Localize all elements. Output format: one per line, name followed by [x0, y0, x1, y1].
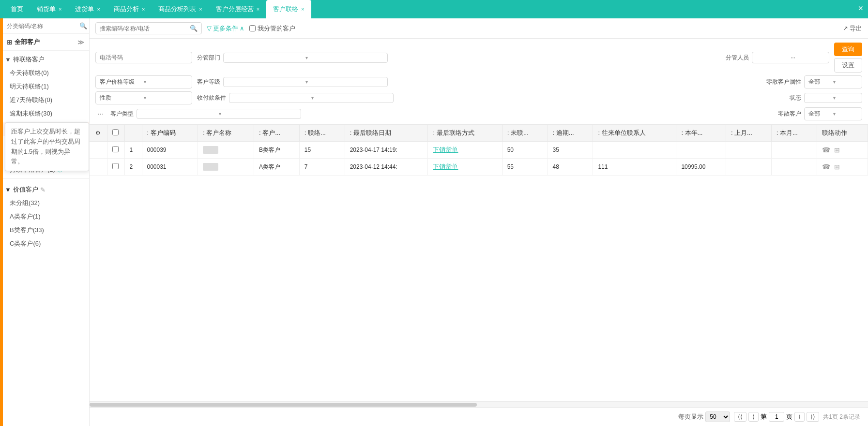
- col-contact[interactable]: : 联络...: [299, 125, 345, 142]
- filter-more-btn[interactable]: ▽ 更多条件 ∧: [207, 24, 244, 33]
- col-code[interactable]: : 客户编码: [142, 125, 198, 142]
- sidebar-overdue-uncontacted[interactable]: 逾期未联络(30): [0, 107, 89, 120]
- col-this-month[interactable]: : 本月...: [771, 125, 817, 142]
- col-last-month[interactable]: : 上月...: [726, 125, 771, 142]
- sidebar-7day-pending[interactable]: 近7天待联络(0): [0, 93, 89, 107]
- col-last-date[interactable]: : 最后联络日期: [345, 125, 428, 142]
- ctype-select[interactable]: ▾: [137, 109, 301, 119]
- row4-more-dots[interactable]: ···: [97, 110, 104, 118]
- all-customers-title[interactable]: ⊞ 全部客户 ≫: [0, 34, 89, 51]
- col-settings[interactable]: ⚙: [90, 125, 107, 142]
- person-field-wrapper: 分管人员 ···: [726, 52, 829, 63]
- payment-arrow: ▾: [311, 95, 389, 101]
- select-all-checkbox[interactable]: [112, 129, 119, 135]
- close-customer-contact[interactable]: ×: [301, 6, 304, 12]
- action-contact-icon-0[interactable]: ☎: [822, 146, 830, 154]
- cell-last-method-1[interactable]: 下销货单: [428, 159, 502, 176]
- action-grid-icon-1[interactable]: ⊞: [834, 163, 840, 171]
- last-page-btn[interactable]: ⟩⟩: [807, 412, 819, 422]
- page-current: 第 页: [761, 412, 792, 422]
- active-strip: [0, 18, 3, 426]
- scroll-thumb[interactable]: [90, 403, 477, 407]
- status-select[interactable]: ▾: [804, 93, 862, 103]
- close-product-analysis[interactable]: ×: [142, 6, 145, 12]
- action-contact-icon-1[interactable]: ☎: [822, 163, 830, 171]
- col-last-method[interactable]: : 最后联络方式: [428, 125, 502, 142]
- horizontal-scrollbar[interactable]: [90, 401, 868, 407]
- my-customer-checkbox[interactable]: [249, 25, 256, 31]
- next-page-btn[interactable]: ⟩: [794, 412, 805, 422]
- col-action: 联络动作: [817, 125, 868, 142]
- close-product-list[interactable]: ×: [199, 6, 202, 12]
- nav-product-analysis[interactable]: 商品分析 ×: [107, 0, 152, 18]
- sidebar-c-class[interactable]: C类客户(6): [0, 237, 89, 250]
- sidebar-today-pending[interactable]: 今天待联络(0): [0, 66, 89, 80]
- price-grade-select[interactable]: 客户价格等级 ▾: [95, 75, 192, 88]
- cell-index-0: 1: [124, 142, 142, 159]
- last-method-link-0[interactable]: 下销货单: [433, 146, 458, 153]
- query-button[interactable]: 查询: [834, 43, 862, 56]
- value-customer-title[interactable]: ▼ 价值客户 ✎: [0, 183, 89, 196]
- person-more-icon[interactable]: ···: [791, 54, 823, 61]
- filter-search-icon[interactable]: 🔍: [190, 25, 198, 32]
- export-button[interactable]: ↗ 导出: [843, 24, 862, 33]
- sidebar-b-class[interactable]: B类客户(33): [0, 223, 89, 237]
- retail-customer-select[interactable]: 全部 ▾: [804, 107, 862, 120]
- nav-home[interactable]: 首页: [4, 0, 30, 18]
- retail-attr-select[interactable]: 全部 ▾: [804, 75, 862, 88]
- cell-overdue-1: 48: [548, 159, 593, 176]
- value-edit-icon[interactable]: ✎: [40, 186, 46, 193]
- cell-this-month-1: [771, 159, 817, 176]
- cell-last-method-0[interactable]: 下销货单: [428, 142, 502, 159]
- gender-select[interactable]: 性质 ▾: [95, 91, 192, 104]
- grade-select[interactable]: ▾: [223, 77, 388, 87]
- prev-page-btn[interactable]: ⟨: [748, 412, 759, 422]
- pending-contact-title[interactable]: ▼ 待联络客户: [0, 53, 89, 66]
- row-checkbox-1[interactable]: [112, 163, 119, 169]
- first-page-btn[interactable]: ⟨⟨: [734, 412, 746, 422]
- last-method-link-1[interactable]: 下销货单: [433, 163, 458, 170]
- nav-purchase[interactable]: 进货单 ×: [68, 0, 107, 18]
- table-area: ⚙ : 客户编码 : 客户名称 : 客户...: [90, 125, 868, 401]
- price-grade-arrow: ▾: [144, 79, 188, 85]
- close-sales[interactable]: ×: [59, 6, 61, 12]
- sidebar-a-class[interactable]: A类客户(1): [0, 210, 89, 223]
- close-customer-tier[interactable]: ×: [257, 6, 259, 12]
- col-name[interactable]: : 客户名称: [198, 125, 254, 142]
- phone-input[interactable]: [100, 54, 188, 61]
- per-page-select[interactable]: 20 50 100: [705, 411, 730, 422]
- sidebar-search-icon[interactable]: 🔍: [79, 22, 87, 29]
- nav-product-list[interactable]: 商品分析列表 ×: [152, 0, 209, 18]
- dept-label: 分管部门: [197, 54, 220, 62]
- window-close-btn[interactable]: ×: [858, 4, 863, 13]
- nav-customer-contact[interactable]: 客户联络 ×: [266, 0, 311, 18]
- cell-settings-1: [90, 159, 107, 176]
- phone-field[interactable]: [95, 52, 192, 63]
- page-number-input[interactable]: [769, 412, 784, 422]
- top-nav: 首页 销货单 × 进货单 × 商品分析 × 商品分析列表 × 客户分层经营 × …: [0, 0, 868, 18]
- sidebar-tomorrow-pending[interactable]: 明天待联络(1): [0, 80, 89, 93]
- action-grid-icon-0[interactable]: ⊞: [834, 146, 840, 154]
- nav-sales[interactable]: 销货单 ×: [30, 0, 68, 18]
- sidebar-unclassified[interactable]: 未分组(32): [0, 196, 89, 210]
- col-type[interactable]: : 客户...: [254, 125, 299, 142]
- retail-attr-wrapper: 零散客户属性 全部 ▾: [766, 75, 862, 88]
- value-arrow-icon: ▼: [5, 186, 11, 193]
- dept-select[interactable]: ▾: [223, 53, 388, 63]
- person-select[interactable]: ···: [752, 52, 829, 63]
- col-overdue[interactable]: : 逾期...: [548, 125, 593, 142]
- sidebar-search-input[interactable]: [7, 23, 79, 29]
- nav-customer-tier[interactable]: 客户分层经营 ×: [209, 0, 266, 18]
- filter-search-input[interactable]: [100, 25, 190, 32]
- col-unit-contact[interactable]: : 往来单位联系人: [593, 125, 676, 142]
- cell-unit-contact-0: [593, 142, 676, 159]
- row-checkbox-0[interactable]: [112, 146, 119, 152]
- col-uncontacted[interactable]: : 未联...: [502, 125, 548, 142]
- collapse-sidebar-btn[interactable]: ≫: [77, 39, 84, 46]
- close-purchase[interactable]: ×: [97, 6, 100, 12]
- cell-this-year-0: [676, 142, 726, 159]
- settings-button[interactable]: 设置: [834, 58, 862, 73]
- value-customer-section: ▼ 价值客户 ✎ 未分组(32) A类客户(1) B类客户(33) C类客户(6…: [0, 181, 89, 252]
- col-this-year[interactable]: : 本年...: [676, 125, 726, 142]
- payment-select[interactable]: ▾: [229, 93, 394, 103]
